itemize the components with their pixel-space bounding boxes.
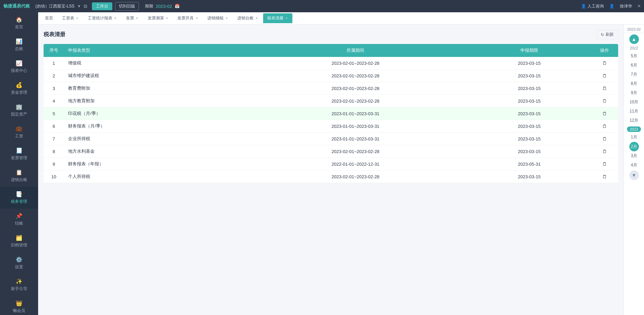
cell-action-7[interactable]: 🗒 xyxy=(591,145,618,158)
tab-close-4[interactable]: × xyxy=(165,16,169,20)
ai-consult-button[interactable]: 👤 人工咨询 xyxy=(581,3,603,9)
tab-close-1[interactable]: × xyxy=(76,16,79,20)
period-panel: 2023.02 ▲ 2022 5月6月7月8月9月10月11月12月 2023 … xyxy=(624,25,644,315)
col-header-type: 申报表类型 xyxy=(64,44,243,57)
cell-period-0: 2023-02-01~2023-02-28 xyxy=(243,57,468,70)
tab-home[interactable]: 首页 xyxy=(41,13,57,23)
sidebar-item-assets[interactable]: 🏢 固定资产 xyxy=(0,100,38,121)
tab-进销台账[interactable]: 进销台账× xyxy=(233,13,262,23)
tab-税表清册[interactable]: 税表清册× xyxy=(263,13,292,23)
sidebar-item-ledger[interactable]: 📊 总账 xyxy=(0,34,38,56)
tab-label-5: 发票开具 xyxy=(177,15,194,21)
calendar-icon[interactable]: 📅 xyxy=(175,4,180,9)
tab-close-5[interactable]: × xyxy=(195,16,198,20)
table-row: 1 增值税 2023-02-01~2023-02-28 2023-03-15 🗒 xyxy=(44,57,618,70)
tax-icon: 📑 xyxy=(16,191,22,197)
cell-no-5: 6 xyxy=(44,120,64,133)
active-month[interactable]: 2月 xyxy=(629,142,639,151)
cell-no-4: 5 xyxy=(44,107,64,120)
tab-工资表[interactable]: 工资表× xyxy=(58,13,83,23)
period-nav-down[interactable]: ▼ xyxy=(629,170,639,180)
period-nav-up[interactable]: ▲ xyxy=(629,34,639,44)
cell-action-3[interactable]: 🗒 xyxy=(591,95,618,107)
sidebar-label-reports: 报表中心 xyxy=(11,68,27,74)
ledger-icon: 📊 xyxy=(16,38,22,45)
table-row: 7 企业所得税 2023-01-01~2023-03-31 2023-03-15… xyxy=(44,133,618,145)
close-icon: 📌 xyxy=(16,213,22,219)
cell-action-8[interactable]: 🗒 xyxy=(591,158,618,170)
cell-type-7: 地方水利基金 xyxy=(64,145,243,158)
sidebar-item-purchase[interactable]: 📋 进销台账 xyxy=(0,165,38,187)
col-header-deadline: 申报期限 xyxy=(468,44,591,57)
tab-进销稽核[interactable]: 进销稽核× xyxy=(203,13,232,23)
cell-action-1[interactable]: 🗒 xyxy=(591,70,618,82)
company-name: (勿动）江西股宝-LSS xyxy=(35,3,75,9)
tab-bar: 首页 工资表×工资统计报表×发票×发票测算×发票开具×进销稽核×进销台账×税表清… xyxy=(38,12,644,25)
month-2023-1月[interactable]: 1月 xyxy=(629,133,639,142)
sidebar-item-home[interactable]: 🏠 首页 xyxy=(0,12,38,34)
cell-no-6: 7 xyxy=(44,133,64,145)
global-close-button[interactable]: × xyxy=(638,3,641,9)
year-2023-badge[interactable]: 2023 xyxy=(627,126,641,132)
cell-deadline-9: 2023-03-15 xyxy=(468,170,591,183)
tab-发票开具[interactable]: 发票开具× xyxy=(173,13,203,23)
sidebar-item-salary[interactable]: 💼 工资 xyxy=(0,121,38,143)
tab-发票测算[interactable]: 发票测算× xyxy=(144,13,173,23)
assets-icon: 🏢 xyxy=(16,104,22,110)
cell-action-6[interactable]: 🗒 xyxy=(591,133,618,145)
workbench-button[interactable]: 工作台 xyxy=(92,2,112,10)
month-2023-3月[interactable]: 3月 xyxy=(629,151,639,161)
cell-action-0[interactable]: 🗒 xyxy=(591,57,618,70)
cell-action-2[interactable]: 🗒 xyxy=(591,82,618,95)
month-2022-6月[interactable]: 6月 xyxy=(628,61,640,70)
sidebar-item-settings[interactable]: ⚙️ 设置 xyxy=(0,252,38,274)
tab-close-7[interactable]: × xyxy=(255,16,258,20)
copy-icon[interactable]: ⧉ xyxy=(84,3,87,9)
tab-close-8[interactable]: × xyxy=(285,16,288,20)
user-avatar: 👤 xyxy=(609,4,614,9)
user-name[interactable]: 徐泽华 xyxy=(620,3,632,9)
sidebar-item-reports[interactable]: 📈 报表中心 xyxy=(0,56,38,78)
month-2022-11月[interactable]: 11月 xyxy=(628,107,640,116)
switch-version-button[interactable]: 切到旧版 xyxy=(115,2,139,11)
period-label: 期期 xyxy=(145,3,153,9)
member-icon: 👑 xyxy=(16,300,22,306)
cell-action-5[interactable]: 🗒 xyxy=(591,120,618,133)
month-2022-10月[interactable]: 10月 xyxy=(628,97,640,107)
cell-action-9[interactable]: 🗒 xyxy=(591,170,618,183)
home-icon: 🏠 xyxy=(16,16,22,23)
month-2022-5月[interactable]: 5月 xyxy=(628,51,640,61)
cell-deadline-2: 2023-03-15 xyxy=(468,82,591,95)
tab-label-1: 工资表 xyxy=(62,15,74,21)
tab-工资统计报表[interactable]: 工资统计报表× xyxy=(84,13,121,23)
tab-close-6[interactable]: × xyxy=(225,16,228,20)
refresh-button[interactable]: ↻ 刷新 xyxy=(596,30,618,39)
sidebar-item-funds[interactable]: 💰 资金管理 xyxy=(0,78,38,100)
month-2022-7月[interactable]: 7月 xyxy=(628,70,640,79)
col-header-no: 序号 xyxy=(44,44,64,57)
cell-period-2: 2023-02-01~2023-02-28 xyxy=(243,82,468,95)
cell-deadline-0: 2023-03-15 xyxy=(468,57,591,70)
sidebar-label-archive: 归档管理 xyxy=(11,242,27,248)
cell-action-4[interactable]: 🗒 xyxy=(591,107,618,120)
month-2023-4月[interactable]: 4月 xyxy=(629,161,639,170)
tab-close-2[interactable]: × xyxy=(114,16,117,20)
tab-发票[interactable]: 发票× xyxy=(122,13,143,23)
tab-close-3[interactable]: × xyxy=(135,16,139,20)
sidebar-label-member: 畅会员 xyxy=(13,308,25,314)
month-2022-9月[interactable]: 9月 xyxy=(628,88,640,97)
month-2022-12月[interactable]: 12月 xyxy=(628,116,640,125)
tab-label-7: 进销台账 xyxy=(237,15,254,21)
sidebar-item-archive[interactable]: 🗂️ 归档管理 xyxy=(0,230,38,252)
cell-no-2: 3 xyxy=(44,82,64,95)
sidebar-item-close[interactable]: 📌 结账 xyxy=(0,209,38,230)
dropdown-icon[interactable]: ▼ xyxy=(77,4,81,8)
sidebar-item-invoice[interactable]: 🧾 发票管理 xyxy=(0,143,38,165)
cell-type-9: 个人所得税 xyxy=(64,170,243,183)
table-row: 6 财务报表（月/季） 2023-01-01~2023-03-31 2023-0… xyxy=(44,120,618,133)
sidebar-item-member[interactable]: 👑 畅会员 xyxy=(0,296,38,315)
month-2022-8月[interactable]: 8月 xyxy=(628,79,640,88)
sidebar-item-guide[interactable]: ✨ 新手引导 xyxy=(0,274,38,296)
period-value[interactable]: 2023-02 xyxy=(156,4,172,9)
sidebar-item-tax[interactable]: 📑 税务管理 xyxy=(0,187,38,209)
